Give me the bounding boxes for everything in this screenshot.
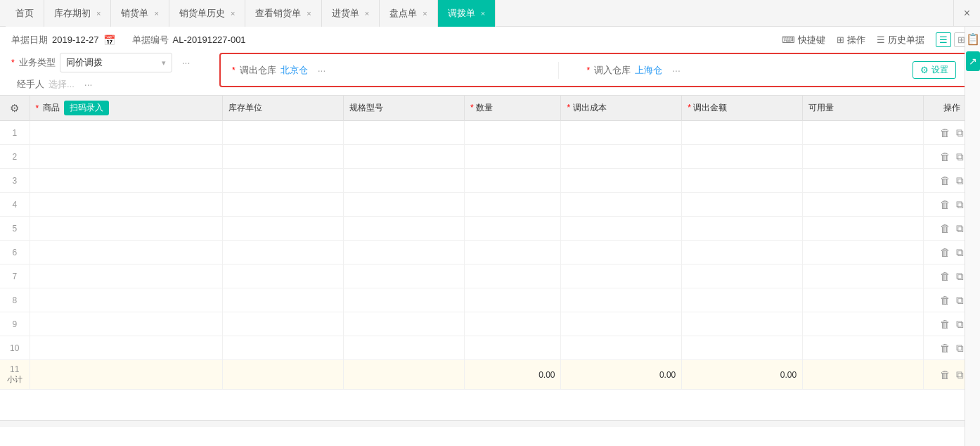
row-amount[interactable] <box>682 265 803 288</box>
row-spec[interactable] <box>344 217 465 241</box>
tab-inventory[interactable]: 盘点单 × <box>380 0 437 27</box>
row-amount[interactable] <box>682 336 803 360</box>
row-spec[interactable] <box>344 312 465 336</box>
tab-inventory-init[interactable]: 库存期初 × <box>44 0 111 27</box>
copy-icon[interactable]: ⧉ <box>956 294 964 307</box>
history-button[interactable]: ☰ 历史单据 <box>877 34 924 46</box>
row-qty[interactable] <box>465 145 561 169</box>
row-cost[interactable] <box>561 145 682 169</box>
sidebar-export-icon[interactable]: ↗ <box>966 51 980 71</box>
row-cost[interactable] <box>561 121 682 145</box>
row-unit[interactable] <box>223 265 344 288</box>
row-amount[interactable] <box>682 145 803 169</box>
copy-icon[interactable]: ⧉ <box>956 174 964 187</box>
row-unit[interactable] <box>223 169 344 193</box>
row-product[interactable] <box>30 265 223 288</box>
row-spec[interactable] <box>344 288 465 312</box>
delete-icon[interactable]: 🗑 <box>940 294 950 306</box>
row-spec[interactable] <box>344 169 465 193</box>
setting-button[interactable]: ⚙ 设置 <box>913 61 956 79</box>
row-product[interactable] <box>30 288 223 312</box>
tab-sales-order[interactable]: 销货单 × <box>111 0 169 27</box>
row-qty[interactable] <box>465 241 561 265</box>
row-spec[interactable] <box>344 193 465 217</box>
row-spec[interactable] <box>344 145 465 169</box>
delete-icon[interactable]: 🗑 <box>940 174 950 186</box>
tab-sales-history-close[interactable]: × <box>231 9 235 18</box>
row-product[interactable] <box>30 217 223 241</box>
tab-close-all-button[interactable]: × <box>953 0 980 27</box>
delete-icon[interactable]: 🗑 <box>940 318 950 330</box>
row-spec[interactable] <box>344 121 465 145</box>
row-amount[interactable] <box>682 217 803 241</box>
copy-icon[interactable]: ⧉ <box>956 342 964 355</box>
tab-transfer[interactable]: 调拨单 × <box>438 0 496 27</box>
view-list-icon[interactable]: ☰ <box>936 32 951 47</box>
copy-icon[interactable]: ⧉ <box>956 127 964 139</box>
copy-icon[interactable]: ⧉ <box>956 151 964 163</box>
row-unit[interactable] <box>223 241 344 265</box>
tab-inventory-close[interactable]: × <box>423 9 427 18</box>
delete-icon[interactable]: 🗑 <box>940 369 950 381</box>
tab-inventory-init-close[interactable]: × <box>96 9 101 18</box>
delete-icon[interactable]: 🗑 <box>940 198 950 210</box>
row-unit[interactable] <box>223 193 344 217</box>
row-qty[interactable] <box>465 312 561 336</box>
row-cost[interactable] <box>561 193 682 217</box>
row-amount[interactable] <box>682 121 803 145</box>
copy-icon[interactable]: ⧉ <box>956 222 964 235</box>
handler-value[interactable]: 选择... <box>49 78 75 91</box>
tab-purchase-order-close[interactable]: × <box>365 9 369 18</box>
copy-icon[interactable]: ⧉ <box>956 198 964 211</box>
delete-icon[interactable]: 🗑 <box>940 342 950 354</box>
row-unit[interactable] <box>223 336 344 360</box>
row-product[interactable] <box>30 241 223 265</box>
row-amount[interactable] <box>682 169 803 193</box>
tab-view-sales[interactable]: 查看销货单 × <box>245 0 321 27</box>
row-amount[interactable] <box>682 241 803 265</box>
calendar-icon[interactable]: 📅 <box>103 34 115 46</box>
row-qty[interactable] <box>465 169 561 193</box>
tab-sales-history[interactable]: 销货单历史 × <box>169 0 245 27</box>
row-cost[interactable] <box>561 336 682 360</box>
scan-button[interactable]: 扫码录入 <box>64 101 109 115</box>
row-qty[interactable] <box>465 121 561 145</box>
operations-button[interactable]: ⊞ 操作 <box>837 34 865 46</box>
row-product[interactable] <box>30 312 223 336</box>
row-unit[interactable] <box>223 145 344 169</box>
row-unit[interactable] <box>223 288 344 312</box>
row-cost[interactable] <box>561 241 682 265</box>
row-cost[interactable] <box>561 312 682 336</box>
row-unit[interactable] <box>223 121 344 145</box>
tab-purchase-order[interactable]: 进货单 × <box>322 0 380 27</box>
row-qty[interactable] <box>465 288 561 312</box>
transfer-in-more-icon[interactable]: ··· <box>672 65 681 76</box>
row-cost[interactable] <box>561 288 682 312</box>
row-product[interactable] <box>30 169 223 193</box>
table-settings-icon[interactable]: ⚙ <box>10 102 19 114</box>
row-qty[interactable] <box>465 265 561 288</box>
copy-icon[interactable]: ⧉ <box>956 270 964 283</box>
row-unit[interactable] <box>223 217 344 241</box>
delete-icon[interactable]: 🗑 <box>940 246 950 258</box>
row-spec[interactable] <box>344 241 465 265</box>
delete-icon[interactable]: 🗑 <box>940 127 950 139</box>
business-type-select[interactable]: 同价调拨 ▾ <box>60 53 172 72</box>
row-spec[interactable] <box>344 336 465 360</box>
row-qty[interactable] <box>465 217 561 241</box>
tab-sales-order-close[interactable]: × <box>154 9 158 18</box>
transfer-out-value[interactable]: 北京仓 <box>281 64 308 77</box>
shortcuts-button[interactable]: ⌨ 快捷键 <box>782 34 825 46</box>
row-product[interactable] <box>30 336 223 360</box>
row-qty[interactable] <box>465 193 561 217</box>
delete-icon[interactable]: 🗑 <box>940 270 950 282</box>
row-product[interactable] <box>30 145 223 169</box>
row-cost[interactable] <box>561 265 682 288</box>
row-cost[interactable] <box>561 169 682 193</box>
copy-icon[interactable]: ⧉ <box>956 318 964 331</box>
row-qty[interactable] <box>465 336 561 360</box>
row-product[interactable] <box>30 121 223 145</box>
tab-view-sales-close[interactable]: × <box>307 9 311 18</box>
row-unit[interactable] <box>223 312 344 336</box>
delete-icon[interactable]: 🗑 <box>940 151 950 163</box>
